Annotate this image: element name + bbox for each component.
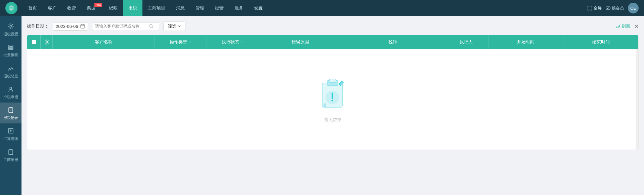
toolbar-right: 刷新 ✕ — [615, 23, 639, 30]
nav-items: 首页 客户 收费 票据 new 记账 报税 工商项目 消息 管理 经营 服务 设… — [23, 0, 588, 16]
main-content: 操作日期： 2023-06-06 筛选 刷新 ✕ — [22, 16, 644, 195]
scrollbar[interactable] — [636, 49, 638, 150]
refresh-button[interactable]: 刷新 — [615, 23, 630, 29]
empty-illustration — [316, 76, 350, 113]
svg-point-17 — [324, 103, 326, 107]
vip-label: 畅会员 — [612, 5, 624, 11]
nav-item-fee[interactable]: 收费 — [62, 0, 81, 16]
main-layout: 报税设置 批量报税 报税总览 个税申报 报税记录 — [0, 16, 644, 195]
svg-point-11 — [46, 41, 47, 43]
nav-item-message[interactable]: 消息 — [171, 0, 190, 16]
nav-item-management[interactable]: 管理 — [190, 0, 210, 16]
sidebar-item-tax-overview[interactable]: 报税总览 — [0, 61, 22, 82]
nav-item-bookkeeping[interactable]: 记账 — [103, 0, 123, 16]
svg-rect-9 — [81, 25, 85, 28]
batch-icon — [7, 43, 15, 51]
refresh-label: 刷新 — [621, 23, 630, 29]
filter-icon-exec-status[interactable] — [241, 40, 244, 44]
th-checkbox[interactable] — [27, 35, 41, 49]
nav-item-business[interactable]: 工商项目 — [142, 0, 171, 16]
sidebar-item-calc-submit[interactable]: 汇算清缴 — [0, 123, 22, 144]
svg-point-5 — [10, 87, 12, 89]
th-customer-name: 客户名称 — [53, 35, 155, 49]
new-badge: new — [94, 3, 102, 7]
chevron-down-icon — [178, 25, 181, 28]
sidebar-label-annual-report: 工商年报 — [3, 157, 18, 162]
th-end-time: 结束时间 — [563, 35, 638, 49]
svg-rect-3 — [8, 47, 13, 48]
sidebar-label-tax-overview: 报税总览 — [3, 74, 18, 78]
nav-right: 全屏 畅会员 CE — [588, 3, 639, 13]
nav-item-service[interactable]: 服务 — [229, 0, 249, 16]
sidebar-item-tax-settings[interactable]: 报税设置 — [0, 19, 22, 40]
sidebar: 报税设置 批量报税 报税总览 个税申报 报税记录 — [0, 16, 22, 195]
table-body: 暂无数据 — [27, 49, 638, 150]
sidebar-label-calc-submit: 汇算清缴 — [3, 136, 18, 141]
svg-rect-0 — [606, 7, 610, 9]
avatar[interactable]: CE — [628, 3, 639, 13]
svg-rect-14 — [329, 79, 336, 82]
date-label: 操作日期： — [27, 23, 49, 29]
table-wrap: 客户名称 操作类型 执行状态 错误原因 税种 执行人 开始时间 结束时间 — [27, 35, 639, 150]
column-settings-icon — [44, 39, 49, 45]
th-tax-type: 税种 — [342, 35, 444, 49]
toolbar: 操作日期： 2023-06-06 筛选 刷新 ✕ — [27, 22, 639, 31]
top-nav: 首页 客户 收费 票据 new 记账 报税 工商项目 消息 管理 经营 服务 设… — [0, 0, 644, 16]
record-icon — [7, 106, 15, 114]
th-exec-status: 执行状态 — [207, 35, 259, 49]
calendar-icon — [80, 24, 85, 29]
sidebar-label-batch-tax: 批量报税 — [3, 52, 18, 57]
table-header: 客户名称 操作类型 执行状态 错误原因 税种 执行人 开始时间 结束时间 — [27, 35, 638, 49]
date-value: 2023-06-06 — [56, 24, 78, 29]
svg-rect-2 — [8, 45, 13, 46]
nav-item-tax[interactable]: 报税 — [123, 0, 142, 16]
sidebar-item-personal-tax[interactable]: 个税申报 — [0, 82, 22, 103]
annual-icon — [7, 148, 15, 156]
th-executor: 执行人 — [444, 35, 488, 49]
nav-item-customer[interactable]: 客户 — [42, 0, 62, 16]
svg-rect-4 — [8, 48, 13, 49]
empty-state: 暂无数据 — [316, 62, 350, 136]
sidebar-item-annual-report[interactable]: 工商年报 — [0, 145, 22, 165]
overview-icon — [7, 64, 15, 72]
close-button[interactable]: ✕ — [634, 23, 639, 30]
sidebar-label-personal-tax: 个税申报 — [3, 94, 18, 99]
date-input[interactable]: 2023-06-06 — [53, 22, 88, 31]
search-input[interactable] — [95, 24, 149, 29]
filter-button[interactable]: 筛选 — [163, 22, 185, 31]
select-all-checkbox[interactable] — [32, 40, 36, 44]
nav-item-home[interactable]: 首页 — [23, 0, 42, 16]
nav-item-invoice[interactable]: 票据 new — [81, 0, 103, 16]
svg-point-1 — [10, 25, 12, 27]
fullscreen-label: 全屏 — [594, 5, 602, 11]
th-op-type: 操作类型 — [155, 35, 207, 49]
th-start-time: 开始时间 — [488, 35, 564, 49]
svg-point-16 — [331, 100, 333, 102]
th-gear[interactable] — [41, 35, 53, 49]
filter-label: 筛选 — [168, 23, 176, 29]
nav-item-operation[interactable]: 经营 — [210, 0, 229, 16]
app-logo[interactable] — [5, 2, 17, 14]
filter-icon-op-type[interactable] — [188, 40, 192, 44]
sidebar-item-tax-record[interactable]: 报税记录 — [0, 103, 22, 123]
sidebar-label-tax-settings: 报税设置 — [3, 32, 18, 36]
calc-icon — [7, 127, 15, 135]
search-box[interactable] — [92, 22, 159, 30]
refresh-icon — [615, 24, 620, 29]
person-icon — [7, 85, 15, 93]
vip-button[interactable]: 畅会员 — [606, 5, 624, 11]
nav-item-settings[interactable]: 设置 — [249, 0, 268, 16]
sidebar-label-tax-record: 报税记录 — [3, 115, 18, 120]
empty-text: 暂无数据 — [324, 117, 342, 123]
sidebar-item-batch-tax[interactable]: 批量报税 — [0, 40, 22, 61]
th-error-reason: 错误原因 — [259, 35, 342, 49]
search-icon — [149, 24, 154, 29]
fullscreen-button[interactable]: 全屏 — [588, 5, 602, 11]
settings-icon — [7, 22, 15, 30]
